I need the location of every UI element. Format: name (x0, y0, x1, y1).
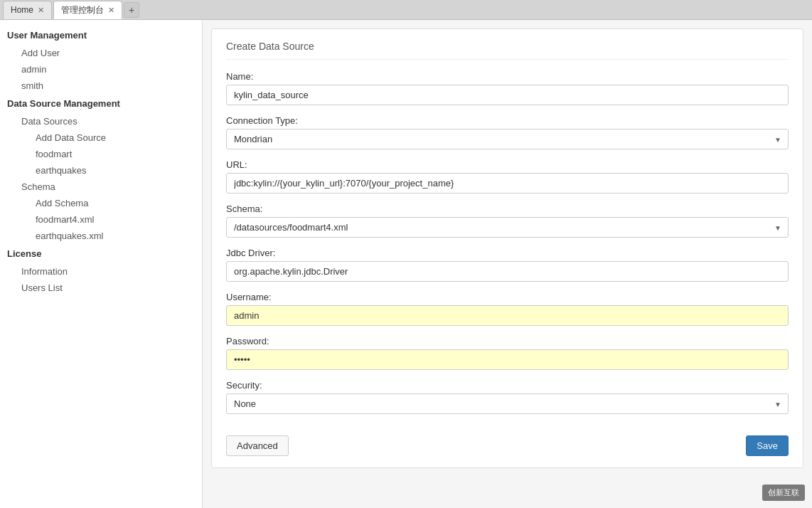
sidebar-item-earthquakes[interactable]: earthquakes (0, 162, 202, 179)
sidebar-item-foodmart4-xml[interactable]: foodmart4.xml (0, 211, 202, 228)
field-url-group: URL: (226, 159, 789, 194)
name-input[interactable] (226, 85, 789, 105)
sidebar-section-datasource: Data Source Management (0, 94, 202, 113)
sidebar-item-information[interactable]: Information (0, 263, 202, 280)
tab-home-close[interactable]: ✕ (38, 6, 44, 15)
field-schema-label: Schema: (226, 203, 789, 214)
tab-home[interactable]: Home ✕ (3, 1, 52, 19)
sidebar-item-earthquakes-xml[interactable]: earthquakes.xml (0, 228, 202, 244)
field-url-label: URL: (226, 159, 789, 170)
sidebar-item-admin[interactable]: admin (0, 61, 202, 78)
field-connection-type-group: Connection Type: Mondrian JDBC XMLA ▼ (226, 115, 789, 149)
tab-console-label: 管理控制台 (61, 4, 104, 16)
sidebar-item-foodmart[interactable]: foodmart (0, 146, 202, 162)
field-security-label: Security: (226, 380, 789, 391)
field-name-group: Name: (226, 71, 789, 105)
watermark: 创新互联 (762, 485, 805, 501)
password-input[interactable] (226, 349, 789, 370)
sidebar: User Management Add User admin smith Dat… (0, 20, 203, 508)
sidebar-item-users-list[interactable]: Users List (0, 280, 202, 296)
sidebar-item-data-sources[interactable]: Data Sources (0, 113, 202, 129)
jdbc-driver-input[interactable] (226, 261, 789, 282)
sidebar-item-add-user[interactable]: Add User (0, 45, 202, 61)
username-input[interactable] (226, 305, 789, 326)
field-password-group: Password: (226, 336, 789, 370)
main-layout: User Management Add User admin smith Dat… (0, 20, 812, 508)
advanced-button[interactable]: Advanced (226, 435, 289, 456)
field-jdbc-driver-label: Jdbc Driver: (226, 248, 789, 258)
schema-select[interactable]: /datasources/foodmart4.xml /datasources/… (226, 217, 789, 238)
field-username-label: Username: (226, 292, 789, 302)
field-schema-group: Schema: /datasources/foodmart4.xml /data… (226, 203, 789, 238)
field-connection-type-label: Connection Type: (226, 115, 789, 126)
content-area: Create Data Source Name: Connection Type… (203, 20, 812, 508)
connection-type-select[interactable]: Mondrian JDBC XMLA (226, 129, 789, 149)
field-jdbc-driver-group: Jdbc Driver: (226, 248, 789, 282)
field-name-label: Name: (226, 71, 789, 82)
tab-console-close[interactable]: ✕ (108, 6, 114, 15)
tab-console[interactable]: 管理控制台 ✕ (53, 1, 122, 19)
security-select[interactable]: None SSL Kerberos (226, 393, 789, 414)
connection-type-select-wrapper: Mondrian JDBC XMLA ▼ (226, 129, 789, 149)
field-username-group: Username: (226, 292, 789, 326)
sidebar-item-add-schema[interactable]: Add Schema (0, 195, 202, 211)
form-title: Create Data Source (226, 41, 789, 60)
field-password-label: Password: (226, 336, 789, 346)
create-datasource-panel: Create Data Source Name: Connection Type… (211, 28, 803, 468)
url-input[interactable] (226, 173, 789, 194)
tab-bar: Home ✕ 管理控制台 ✕ + (0, 0, 812, 20)
sidebar-item-add-data-source[interactable]: Add Data Source (0, 129, 202, 146)
save-button[interactable]: Save (746, 435, 789, 456)
form-actions: Advanced Save (226, 428, 789, 456)
tab-home-label: Home (11, 5, 33, 15)
schema-select-wrapper: /datasources/foodmart4.xml /datasources/… (226, 217, 789, 238)
sidebar-section-license: License (0, 244, 202, 263)
tab-add-button[interactable]: + (124, 2, 139, 18)
field-security-group: Security: None SSL Kerberos ▼ (226, 380, 789, 414)
security-select-wrapper: None SSL Kerberos ▼ (226, 393, 789, 414)
sidebar-section-user-management: User Management (0, 26, 202, 45)
sidebar-item-smith[interactable]: smith (0, 78, 202, 94)
sidebar-item-schema[interactable]: Schema (0, 179, 202, 195)
